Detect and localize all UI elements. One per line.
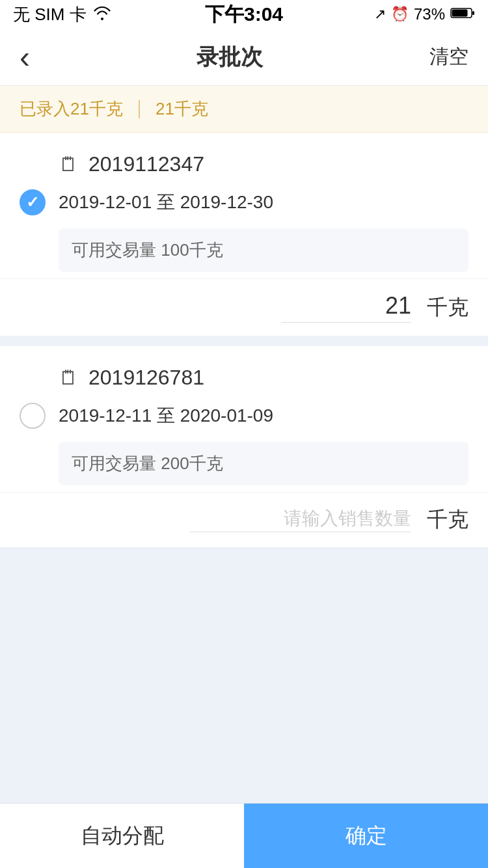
bottom-bar: 自动分配 确定: [0, 803, 488, 868]
doc-icon-1: 🗒: [59, 154, 78, 176]
batch-number-1: 2019112347: [88, 152, 204, 176]
battery-icon: [450, 5, 475, 23]
status-bar: 无 SIM 卡 下午3:04 ↗ ⏰ 73%: [0, 0, 488, 29]
qty-underline-1: [281, 292, 411, 323]
nav-bar: ‹ 录批次 清空: [0, 29, 488, 86]
qty-unit-2: 千克: [427, 506, 468, 534]
qty-input-1[interactable]: [307, 292, 411, 319]
confirm-button[interactable]: 确定: [244, 804, 488, 868]
batch-card-1: 🗒 2019112347 ✓ 2019-12-01 至 2019-12-30 可…: [0, 133, 488, 336]
radio-btn-2[interactable]: [20, 403, 46, 429]
check-icon-1: ✓: [26, 193, 39, 211]
summary-divider: [139, 100, 140, 118]
qty-unit-1: 千克: [427, 293, 468, 322]
qty-underline-2: [190, 508, 411, 532]
batch-header-2: 🗒 2019126781: [0, 346, 488, 396]
back-button[interactable]: ‹: [20, 39, 30, 75]
summary-value: 21千克: [156, 98, 208, 120]
batch-date-row-1: ✓ 2019-12-01 至 2019-12-30: [0, 183, 488, 222]
page-title: 录批次: [197, 42, 263, 72]
qty-row-2: 千克: [0, 492, 488, 547]
qty-input-2[interactable]: [229, 508, 411, 529]
summary-bar: 已录入21千克 21千克: [0, 86, 488, 133]
empty-area: [0, 547, 488, 821]
content-area: 🗒 2019112347 ✓ 2019-12-01 至 2019-12-30 可…: [0, 133, 488, 868]
date-range-2: 2019-12-11 至 2020-01-09: [59, 403, 273, 428]
qty-row-1: 千克: [0, 278, 488, 336]
summary-label: 已录入21千克: [20, 98, 123, 120]
status-time: 下午3:04: [205, 1, 283, 28]
avail-row-2: 可用交易量 200千克: [59, 442, 468, 485]
doc-icon-2: 🗒: [59, 367, 78, 389]
batch-date-row-2: 2019-12-11 至 2020-01-09: [0, 396, 488, 435]
location-icon: ↗: [374, 6, 386, 23]
svg-rect-1: [452, 10, 468, 17]
wifi-icon: [93, 5, 111, 25]
avail-row-1: 可用交易量 100千克: [59, 228, 468, 272]
section-divider: [0, 336, 488, 346]
date-range-1: 2019-12-01 至 2019-12-30: [59, 190, 273, 215]
alarm-icon: ⏰: [391, 6, 409, 23]
status-right: ↗ ⏰ 73%: [374, 5, 475, 23]
svg-rect-2: [472, 11, 474, 15]
carrier-text: 无 SIM 卡: [13, 3, 87, 26]
battery-text: 73%: [414, 5, 445, 23]
radio-btn-1[interactable]: ✓: [20, 189, 46, 215]
batch-header-1: 🗒 2019112347: [0, 133, 488, 183]
batch-card-2: 🗒 2019126781 2019-12-11 至 2020-01-09 可用交…: [0, 346, 488, 547]
status-left: 无 SIM 卡: [13, 3, 111, 26]
auto-distribute-button[interactable]: 自动分配: [0, 804, 244, 868]
clear-button[interactable]: 清空: [429, 44, 468, 70]
batch-number-2: 2019126781: [88, 366, 204, 390]
